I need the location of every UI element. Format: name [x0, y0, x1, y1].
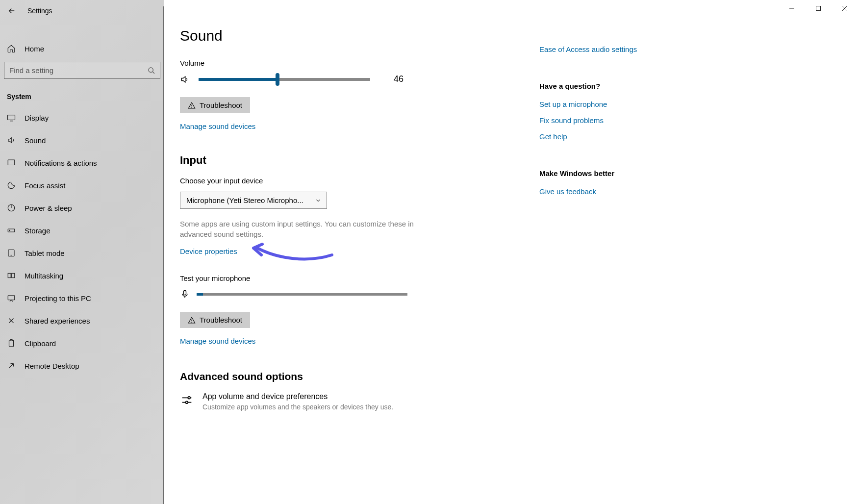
fix-sound-link[interactable]: Fix sound problems: [539, 116, 686, 125]
sidebar-item-power-sleep[interactable]: Power & sleep: [0, 197, 164, 219]
sidebar-item-label: Clipboard: [25, 339, 56, 348]
choose-input-label: Choose your input device: [180, 176, 858, 185]
search-wrap: [4, 62, 160, 79]
sidebar-item-label: Storage: [25, 227, 50, 235]
maximize-icon: [815, 5, 821, 11]
svg-rect-14: [184, 291, 186, 295]
troubleshoot-input-button[interactable]: Troubleshoot: [180, 312, 250, 328]
svg-rect-8: [12, 274, 15, 278]
window-title: Settings: [27, 7, 52, 15]
sliders-icon: [180, 393, 194, 407]
troubleshoot-output-button[interactable]: Troubleshoot: [180, 97, 250, 113]
annotation-arrow: [249, 239, 337, 264]
advanced-heading: Advanced sound options: [180, 371, 858, 382]
sidebar-item-label: Focus assist: [25, 181, 65, 190]
sidebar-item-label: Projecting to this PC: [25, 294, 91, 302]
window-minimize[interactable]: [779, 0, 805, 17]
sidebar-item-tablet-mode[interactable]: Tablet mode: [0, 242, 164, 264]
power-icon: [7, 203, 16, 212]
mic-test-row: [180, 289, 858, 299]
volume-label: Volume: [180, 59, 858, 67]
back-button[interactable]: [7, 6, 17, 16]
volume-slider-fill: [199, 78, 278, 81]
troubleshoot-label: Troubleshoot: [200, 316, 242, 324]
input-note: Some apps are using custom input setting…: [180, 219, 415, 239]
sidebar-item-display[interactable]: Display: [0, 106, 164, 129]
sound-icon: [7, 136, 16, 145]
home-icon: [7, 44, 16, 53]
window-close[interactable]: [832, 0, 858, 17]
arrow-left-icon: [7, 6, 16, 15]
test-mic-label: Test your microphone: [180, 274, 858, 282]
sidebar-item-shared-experiences[interactable]: Shared experiences: [0, 309, 164, 332]
have-question-head: Have a question?: [539, 82, 686, 90]
ease-of-access-link[interactable]: Ease of Access audio settings: [539, 45, 686, 53]
storage-icon: [7, 226, 16, 235]
svg-rect-7: [8, 274, 11, 278]
focus-assist-icon: [7, 181, 16, 190]
setup-microphone-link[interactable]: Set up a microphone: [539, 100, 686, 108]
sidebar-item-notifications[interactable]: Notifications & actions: [0, 151, 164, 174]
svg-point-13: [192, 107, 192, 107]
volume-value: 46: [394, 74, 404, 84]
right-pane: Ease of Access audio settings Have a que…: [539, 45, 686, 203]
svg-rect-2: [8, 160, 15, 165]
sidebar-item-focus-assist[interactable]: Focus assist: [0, 174, 164, 197]
troubleshoot-label: Troubleshoot: [200, 101, 242, 109]
sidebar-item-label: Shared experiences: [25, 317, 90, 325]
display-icon: [7, 113, 16, 122]
shared-icon: [7, 316, 16, 325]
minimize-icon: [789, 5, 795, 11]
app-volume-preferences[interactable]: App volume and device preferences Custom…: [180, 392, 858, 411]
sidebar-item-label: Multitasking: [25, 272, 63, 280]
microphone-icon: [180, 289, 190, 299]
sidebar-item-label: Tablet mode: [25, 249, 65, 257]
svg-rect-1: [8, 115, 15, 120]
svg-point-17: [186, 401, 188, 403]
sidebar-home[interactable]: Home: [0, 37, 164, 62]
svg-point-16: [188, 397, 190, 399]
window-controls: [779, 0, 858, 17]
manage-sound-devices-input[interactable]: Manage sound devices: [180, 337, 255, 345]
sidebar-item-storage[interactable]: Storage: [0, 219, 164, 242]
mic-level-fill: [197, 293, 203, 296]
svg-rect-12: [816, 6, 821, 11]
svg-point-15: [192, 322, 192, 322]
sidebar-item-projecting[interactable]: Projecting to this PC: [0, 287, 164, 309]
search-input[interactable]: [4, 62, 160, 79]
volume-slider-thumb[interactable]: [276, 73, 279, 86]
remote-desktop-icon: [7, 361, 16, 370]
sidebar-item-sound[interactable]: Sound: [0, 129, 164, 151]
tablet-icon: [7, 249, 16, 257]
get-help-link[interactable]: Get help: [539, 132, 686, 141]
sidebar-item-multitasking[interactable]: Multitasking: [0, 264, 164, 287]
app-volume-desc: Customize app volumes and the speakers o…: [202, 403, 393, 411]
mic-level-bar: [197, 293, 407, 296]
make-windows-better-head: Make Windows better: [539, 169, 686, 177]
close-icon: [842, 5, 848, 11]
input-device-selected: Microphone (Yeti Stereo Micropho...: [186, 196, 303, 204]
input-device-select[interactable]: Microphone (Yeti Stereo Micropho...: [180, 192, 327, 209]
sidebar-item-label: Power & sleep: [25, 204, 72, 212]
app-volume-title: App volume and device preferences: [202, 392, 393, 401]
projecting-icon: [7, 294, 16, 302]
manage-sound-devices-output[interactable]: Manage sound devices: [180, 122, 255, 130]
chevron-down-icon: [315, 197, 322, 204]
warning-icon: [188, 316, 196, 324]
sidebar-item-label: Notifications & actions: [25, 159, 97, 167]
window-maximize[interactable]: [805, 0, 832, 17]
main-pane: Sound Volume 46 Troubleshoot Manage soun…: [164, 0, 858, 504]
sidebar-item-clipboard[interactable]: Clipboard: [0, 332, 164, 354]
sidebar-item-remote-desktop[interactable]: Remote Desktop: [0, 354, 164, 377]
sidebar-header: Settings: [0, 4, 164, 23]
device-properties-link[interactable]: Device properties: [180, 247, 237, 255]
volume-slider[interactable]: [199, 78, 370, 81]
home-label: Home: [25, 45, 44, 53]
input-heading: Input: [180, 154, 858, 167]
clipboard-icon: [7, 339, 16, 348]
sidebar-item-label: Remote Desktop: [25, 362, 79, 370]
sidebar-item-label: Display: [25, 114, 49, 122]
sidebar-item-label: Sound: [25, 136, 46, 145]
svg-point-5: [9, 230, 10, 231]
give-feedback-link[interactable]: Give us feedback: [539, 187, 686, 196]
